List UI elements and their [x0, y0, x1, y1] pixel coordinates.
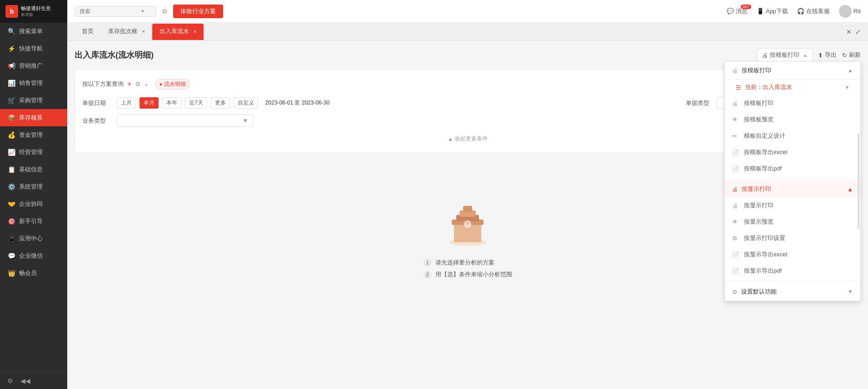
trial-button[interactable]: 体验行业方案	[173, 5, 223, 18]
tab-close-button[interactable]: ✕	[846, 28, 852, 35]
topbar-search-box[interactable]: ▼	[75, 6, 156, 17]
current-template-item[interactable]: ☰ 当前：出入库流水 ▼	[725, 80, 860, 95]
export-icon: ⬆	[818, 52, 823, 59]
template-export-excel-item[interactable]: 📄 按模板导出excel	[725, 144, 860, 160]
date-last-month-btn[interactable]: 上月	[117, 97, 136, 109]
current-template-icon: ☰	[736, 84, 741, 91]
sidebar-item-label: 系统管理	[19, 183, 43, 191]
template-print-item[interactable]: 🖨 按模板打印	[725, 95, 860, 111]
biz-type-select[interactable]: ▼	[117, 115, 253, 127]
filter-settings-icon[interactable]: ⚙	[135, 80, 141, 88]
biz-type-label: 业务类型	[82, 117, 110, 125]
date-more-btn[interactable]: 更多	[211, 97, 230, 109]
display-export-pdf-item[interactable]: 📄 按显示导出pdf	[725, 263, 860, 279]
cooperation-icon: 🤝	[7, 200, 15, 208]
settings-icon[interactable]: ⚙	[7, 377, 13, 384]
search-input[interactable]	[80, 8, 139, 15]
sidebar-item-funds[interactable]: 💰 资金管理	[0, 126, 67, 144]
tab-home[interactable]: 首页	[75, 24, 101, 40]
sidebar-item-inventory[interactable]: 📦 库存核算	[0, 109, 67, 126]
display-print-item[interactable]: 🖨 按显示打印	[725, 197, 860, 214]
user-avatar-area[interactable]: Rit	[839, 5, 861, 18]
sidebar-item-membership[interactable]: 👑 畅会员	[0, 264, 67, 282]
tag-label: 流水明细	[164, 80, 186, 88]
app-download-button[interactable]: 📱 App下载	[757, 7, 788, 15]
date-custom-btn[interactable]: 自定义	[234, 97, 258, 109]
sidebar-logo: b 畅捷通好生意 标准版	[0, 0, 67, 23]
date-current-month-btn[interactable]: 本月	[140, 97, 159, 109]
sidebar-item-basic[interactable]: 📋 基础信息	[0, 161, 67, 178]
guide-icon: 🎯	[7, 217, 15, 225]
tab-batch-account[interactable]: 库存批次账 ×	[101, 24, 152, 40]
refresh-button[interactable]: ↻ 刷新	[842, 51, 861, 59]
print-label: 按模板打印	[770, 51, 799, 59]
search-chevron-icon: ▼	[140, 9, 145, 14]
sidebar-item-marketing[interactable]: 📢 营销推广	[0, 57, 67, 75]
logo-letter: b	[10, 8, 14, 15]
template-print-section-header[interactable]: 🖨 按模板打印 ▲	[725, 62, 860, 80]
export-button[interactable]: ⬆ 导出	[818, 51, 837, 59]
dropdown-scrollbar[interactable]	[858, 134, 859, 229]
tab-flow-close-icon[interactable]: ×	[194, 29, 196, 34]
avatar	[839, 5, 852, 18]
display-settings-item[interactable]: ⚙ 按显示打印设置	[725, 230, 860, 246]
sidebar-item-wechat[interactable]: 💬 企业微信	[0, 247, 67, 264]
display-settings-item-label: 按显示打印设置	[744, 234, 785, 242]
template-print-label: 按模板打印	[742, 66, 771, 75]
sidebar-item-apps[interactable]: 📱 应用中心	[0, 230, 67, 247]
sidebar: b 畅捷通好生意 标准版 🔍 搜索菜单 ⚡ 快捷导航 📢 营销推广 📊 销售管理…	[0, 0, 67, 389]
filter-title: 按以下方案查询	[82, 80, 124, 88]
template-preview-item[interactable]: 👁 按模板预览	[725, 111, 860, 128]
template-print-item-label: 按模板打印	[744, 99, 773, 107]
display-export-excel-item[interactable]: 📄 按显示导出excel	[725, 246, 860, 263]
tab-batch-account-close-icon[interactable]: ×	[142, 29, 145, 34]
content-area: 首页 库存批次账 × 出入库流水 × ✕ ⤢ 出入库流水(流水明细)	[67, 23, 868, 389]
default-section-header[interactable]: ⚙ 设置默认功能 ▼	[725, 283, 860, 301]
funds-icon: 💰	[7, 131, 15, 139]
tag-dot-icon: ●	[160, 81, 163, 87]
sidebar-item-purchase[interactable]: 🛒 采购管理	[0, 92, 67, 109]
topbar-gear-icon[interactable]: ⚙	[162, 8, 168, 15]
tab-flow[interactable]: 出入库流水 ×	[152, 24, 204, 40]
step-2-text: 用【选】条件来缩小分析范围	[435, 270, 512, 279]
print-template-button[interactable]: 🖨 按模板打印 ▲	[757, 48, 813, 62]
tab-batch-account-label: 库存批次账	[108, 28, 138, 35]
template-export-pdf-label: 按模板导出pdf	[744, 165, 782, 173]
sidebar-item-cooperation[interactable]: 🤝 企业协同	[0, 195, 67, 213]
sidebar-item-shortcut[interactable]: ⚡ 快捷导航	[0, 40, 67, 57]
display-preview-item-icon: 👁	[732, 219, 739, 225]
collapse-label: 收起更多条件	[455, 135, 488, 143]
display-settings-item-icon: ⚙	[732, 235, 739, 242]
display-print-section-header[interactable]: 🖨 按显示打印 ▲	[725, 181, 860, 197]
filter-collapse-icon[interactable]: «	[145, 81, 148, 88]
online-service-button[interactable]: 🎧 在线客服	[797, 7, 830, 15]
message-badge: 99+	[741, 5, 751, 9]
template-section-chevron-icon: ▲	[848, 67, 853, 74]
date-current-year-btn[interactable]: 本年	[162, 97, 181, 109]
template-export-pdf-item[interactable]: 📄 按模板导出pdf	[725, 160, 860, 177]
sidebar-item-label: 快捷导航	[19, 45, 43, 53]
collapse-icon[interactable]: ◀◀	[20, 377, 30, 384]
filter-add-icon[interactable]: +	[127, 80, 131, 88]
logo-icon: b	[5, 5, 18, 18]
step-2-num: 2	[424, 270, 432, 279]
sidebar-item-label: 销售管理	[19, 79, 43, 87]
app-download-label: App下载	[766, 7, 788, 15]
tab-home-label: 首页	[82, 28, 94, 35]
sidebar-item-operations[interactable]: 📈 经营管理	[0, 144, 67, 161]
template-custom-item[interactable]: ✏ 模板自定义设计	[725, 128, 860, 144]
operations-icon: 📈	[7, 148, 15, 156]
sidebar-item-system[interactable]: ⚙️ 系统管理	[0, 178, 67, 195]
message-button[interactable]: 💬 消息 99+	[727, 7, 748, 15]
date-last-7-days-btn[interactable]: 近7天	[185, 97, 207, 109]
sidebar-item-guide[interactable]: 🎯 新手引导	[0, 213, 67, 230]
sidebar-item-label: 新手引导	[19, 217, 43, 225]
logo-name: 畅捷通好生意	[21, 5, 51, 12]
display-preview-item[interactable]: 👁 按显示预览	[725, 214, 860, 230]
sidebar-item-sales[interactable]: 📊 销售管理	[0, 75, 67, 92]
sidebar-bottom: ⚙ ◀◀	[0, 372, 67, 389]
tab-expand-button[interactable]: ⤢	[855, 28, 861, 35]
default-section-icon: ⚙	[732, 289, 738, 295]
sidebar-item-search[interactable]: 🔍 搜索菜单	[0, 23, 67, 40]
print-chevron-icon: ▲	[803, 53, 808, 58]
